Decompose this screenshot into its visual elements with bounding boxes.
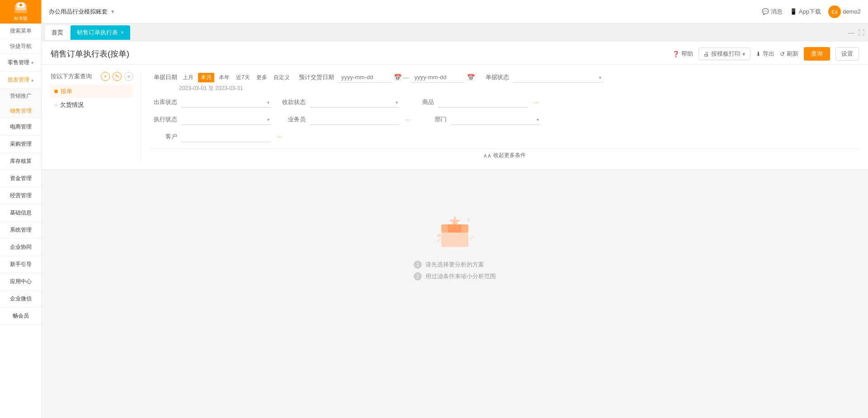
salesperson-more-button[interactable]: ··· bbox=[403, 116, 412, 123]
edit-scheme-button[interactable]: ✎ bbox=[113, 72, 122, 81]
scheme-item-按单[interactable]: 按单 bbox=[51, 85, 133, 98]
sidebar-item-member[interactable]: 畅会员 bbox=[0, 308, 41, 325]
page-header: 销售订单执行表(按单) ❓ 帮助 🖨 按模板打印 ▾ ⬇ 导出 bbox=[42, 42, 868, 65]
marketing-label: 营销推广 bbox=[10, 93, 32, 99]
print-button[interactable]: 🖨 按模板打印 ▾ bbox=[698, 48, 750, 60]
operations-label: 经营管理 bbox=[10, 192, 32, 200]
date-btn-last-month[interactable]: 上月 bbox=[181, 73, 195, 82]
filter-main: 单据日期 上月 本月 本年 近7天 更多 自定义 bbox=[141, 72, 859, 162]
expected-date-label: 预计交货日期 bbox=[299, 73, 334, 81]
salesperson-input[interactable] bbox=[309, 114, 400, 125]
date-range-display: 2023-03-01 至 2023-03-31 bbox=[179, 85, 859, 92]
collapse-filters-button[interactable]: ∧∧ 收起更多条件 bbox=[150, 148, 859, 162]
dept-select-wrap: ▾ bbox=[450, 114, 541, 125]
exec-status-select[interactable] bbox=[181, 114, 271, 125]
quick-nav-label: 快捷导航 bbox=[0, 43, 41, 50]
scheme-欠货情况-label: 欠货情况 bbox=[60, 101, 84, 109]
tab-home[interactable]: 首页 bbox=[45, 25, 70, 40]
export-button[interactable]: ⬇ 导出 bbox=[756, 50, 774, 58]
sidebar-item-wechat[interactable]: 企业微信 bbox=[0, 290, 41, 308]
settings-button[interactable]: 设置 bbox=[835, 47, 859, 61]
filter-layout: 按以下方案查询 + ✎ « bbox=[51, 72, 859, 162]
retail-label: 零售管理 bbox=[8, 59, 29, 66]
goods-field: 商品 ··· bbox=[407, 97, 541, 108]
app-name-label: 标准版 bbox=[14, 15, 28, 22]
tip-num-1: 1 bbox=[414, 261, 422, 269]
filter-row-4: 客户 ··· bbox=[150, 131, 859, 142]
collection-status-select[interactable] bbox=[309, 97, 400, 108]
query-button[interactable]: 查询 bbox=[804, 47, 830, 61]
collapse-sidebar-button[interactable]: « bbox=[124, 72, 133, 81]
maximize-icon[interactable]: ⛶ bbox=[858, 29, 864, 36]
exec-status-select-wrap: ▾ bbox=[181, 114, 271, 125]
help-icon: ❓ bbox=[672, 51, 679, 57]
sidebar-quick-nav[interactable]: 快捷导航 bbox=[0, 39, 41, 54]
expected-date-end-input[interactable] bbox=[411, 72, 465, 83]
expected-date-end-icon[interactable]: 📅 bbox=[467, 74, 475, 81]
status-select[interactable] bbox=[513, 72, 603, 83]
customer-label: 客户 bbox=[150, 133, 177, 141]
scheme-active-dot bbox=[54, 90, 58, 93]
date-btn-custom[interactable]: 自定义 bbox=[272, 73, 292, 82]
sidebar-item-basic[interactable]: 基础信息 bbox=[0, 204, 41, 222]
expected-date-start-input[interactable] bbox=[338, 72, 392, 83]
app-download-icon: 📱 bbox=[790, 8, 797, 15]
inventory-label: 库存核算 bbox=[10, 157, 32, 165]
app-logo[interactable]: 标准版 bbox=[0, 0, 42, 24]
collapse-up-icon: ∧∧ bbox=[483, 152, 491, 159]
message-button[interactable]: 💬 消息 bbox=[762, 8, 783, 16]
date-btn-more[interactable]: 更多 bbox=[255, 73, 269, 82]
sidebar-item-wholesale[interactable]: 批发管理 ▴ bbox=[0, 71, 41, 89]
date-btn-this-year[interactable]: 本年 bbox=[217, 73, 231, 82]
topbar-suite-title: 办公用品行业模拟账套 bbox=[49, 8, 108, 16]
user-avatar: Ea bbox=[828, 5, 841, 18]
scheme-item-欠货情况[interactable]: ○ 欠货情况 bbox=[51, 98, 133, 112]
tab-close-icon[interactable]: × bbox=[121, 29, 124, 36]
help-button[interactable]: ❓ 帮助 bbox=[672, 50, 693, 58]
refresh-button[interactable]: ↺ 刷新 bbox=[780, 50, 798, 58]
app-download-label: App下载 bbox=[799, 8, 821, 16]
customer-input[interactable] bbox=[181, 131, 271, 142]
delivery-status-select[interactable] bbox=[181, 97, 271, 108]
sidebar-item-enterprise[interactable]: 企业协同 bbox=[0, 239, 41, 256]
date-btn-this-month[interactable]: 本月 bbox=[198, 73, 214, 82]
tab-sales-execution[interactable]: 销售订单执行表 × bbox=[71, 25, 130, 40]
sidebar-search[interactable]: 搜索菜单 bbox=[0, 24, 41, 39]
delivery-status-select-wrap: ▾ bbox=[181, 97, 271, 108]
date-field: 单据日期 上月 本月 本年 近7天 更多 自定义 bbox=[150, 73, 292, 82]
customer-more-button[interactable]: ··· bbox=[275, 133, 284, 140]
topbar-dropdown-icon[interactable]: ▾ bbox=[111, 8, 114, 15]
sidebar-item-newbie[interactable]: 新手引导 bbox=[0, 256, 41, 273]
retail-arrow-icon: ▾ bbox=[31, 60, 33, 65]
print-label: 按模板打印 bbox=[711, 50, 741, 58]
user-menu[interactable]: Ea demo2 bbox=[828, 5, 861, 18]
goods-input[interactable] bbox=[438, 97, 528, 108]
sidebar-item-purchase[interactable]: 采购管理 bbox=[0, 136, 41, 153]
date-btn-last-7days[interactable]: 近7天 bbox=[234, 73, 252, 82]
app-download-button[interactable]: 📱 App下载 bbox=[790, 8, 821, 16]
filter-panel: 按以下方案查询 + ✎ « bbox=[42, 65, 868, 170]
enterprise-label: 企业协同 bbox=[10, 243, 32, 251]
sidebar-item-apps[interactable]: 应用中心 bbox=[0, 273, 41, 290]
print-dropdown-icon: ▾ bbox=[742, 51, 745, 57]
sidebar-item-retail[interactable]: 零售管理 ▾ bbox=[0, 54, 41, 71]
sidebar-item-sales[interactable]: 销售管理 bbox=[0, 104, 41, 119]
goods-more-button[interactable]: ··· bbox=[532, 99, 541, 106]
dept-select[interactable] bbox=[450, 114, 541, 125]
date-label: 单据日期 bbox=[150, 73, 177, 81]
expected-date-start-icon[interactable]: 📅 bbox=[394, 74, 401, 81]
basic-label: 基础信息 bbox=[10, 209, 32, 217]
svg-line-10 bbox=[437, 239, 440, 242]
avatar-text: Ea bbox=[832, 9, 838, 14]
sidebar-item-inventory[interactable]: 库存核算 bbox=[0, 153, 41, 170]
sidebar-item-operations[interactable]: 经营管理 bbox=[0, 187, 41, 204]
minimize-icon[interactable]: — bbox=[848, 29, 854, 36]
collection-status-select-wrap: ▾ bbox=[309, 97, 400, 108]
sidebar-item-finance[interactable]: 资金管理 bbox=[0, 170, 41, 187]
print-icon: 🖨 bbox=[703, 51, 709, 57]
sidebar-item-ecommerce[interactable]: 电商管理 bbox=[0, 119, 41, 136]
sidebar-item-system[interactable]: 系统管理 bbox=[0, 222, 41, 239]
username-label: demo2 bbox=[843, 8, 861, 15]
sidebar-item-marketing[interactable]: 营销推广 bbox=[0, 89, 41, 104]
add-scheme-button[interactable]: + bbox=[101, 72, 110, 81]
